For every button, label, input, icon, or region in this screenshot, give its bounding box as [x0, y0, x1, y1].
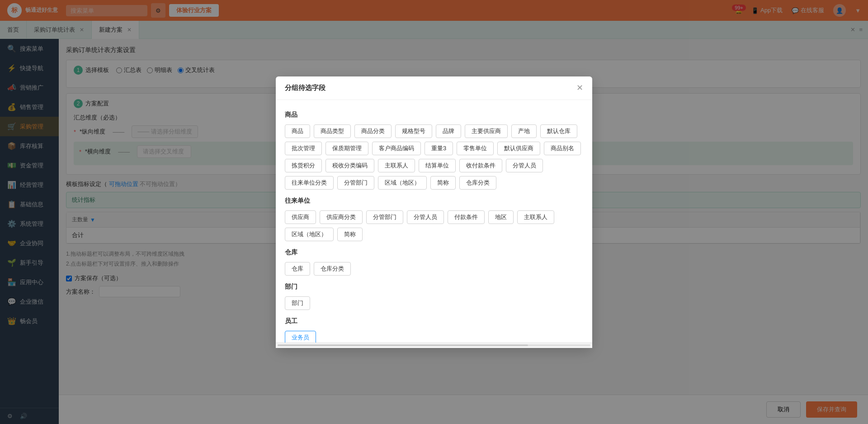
field-settle-unit[interactable]: 结算单位 [419, 159, 456, 172]
field-weight3[interactable]: 重量3 [425, 142, 453, 155]
field-default-warehouse[interactable]: 默认仓库 [540, 124, 577, 138]
field-product-category[interactable]: 商品分类 [354, 124, 392, 138]
field-product-type[interactable]: 商品类型 [314, 124, 351, 138]
field-short-name[interactable]: 简称 [430, 176, 456, 190]
field-grid-employee: 业务员 [285, 331, 583, 343]
field-payment-terms[interactable]: 收付款条件 [459, 159, 502, 172]
section-title-product: 商品 [285, 111, 583, 119]
modal-hscroll [276, 343, 592, 348]
field-tax-code[interactable]: 税收分类编码 [326, 159, 374, 172]
field-batch-mgmt[interactable]: 批次管理 [285, 142, 322, 155]
field-spec-model[interactable]: 规格型号 [395, 124, 432, 138]
field-product[interactable]: 商品 [285, 124, 310, 138]
field-partner-category[interactable]: 往来单位分类 [285, 176, 334, 190]
field-dept[interactable]: 分管部门 [366, 210, 403, 224]
field-origin[interactable]: 产地 [511, 124, 537, 138]
field-grid-dept: 部门 [285, 296, 583, 310]
section-title-warehouse: 仓库 [285, 248, 583, 257]
field-supplier[interactable]: 供应商 [285, 210, 316, 224]
section-title-employee: 员工 [285, 317, 583, 325]
modal-close-button[interactable]: ✕ [576, 84, 583, 92]
field-grid-product: 商品 商品类型 商品分类 规格型号 品牌 主要供应商 产地 默认仓库 批次管理 … [285, 124, 583, 190]
field-grid-warehouse: 仓库 仓库分类 [285, 262, 583, 276]
field-department[interactable]: 部门 [285, 296, 310, 310]
field-brand[interactable]: 品牌 [436, 124, 461, 138]
field-abbr[interactable]: 简称 [337, 228, 363, 241]
field-contact[interactable]: 主联系人 [517, 210, 554, 224]
field-main-contact[interactable]: 主联系人 [378, 159, 415, 172]
field-area[interactable]: 地区 [488, 210, 514, 224]
field-manager-staff[interactable]: 分管人员 [506, 159, 543, 172]
field-customer-code[interactable]: 客户商品编码 [372, 142, 421, 155]
field-product-alias[interactable]: 商品别名 [544, 142, 581, 155]
modal-dialog: 分组待选字段 ✕ 商品 商品 商品类型 商品分类 规格型号 品牌 主要供应商 产… [276, 76, 592, 348]
section-title-partner: 往来单位 [285, 197, 583, 205]
field-warehouse[interactable]: 仓库 [285, 262, 310, 276]
field-expiry-mgmt[interactable]: 保质期管理 [326, 142, 368, 155]
modal-title: 分组待选字段 [285, 84, 326, 92]
modal-body: 商品 商品 商品类型 商品分类 规格型号 品牌 主要供应商 产地 默认仓库 批次… [276, 100, 592, 343]
section-title-dept: 部门 [285, 283, 583, 291]
field-main-supplier[interactable]: 主要供应商 [465, 124, 508, 138]
field-default-supplier[interactable]: 默认供应商 [497, 142, 540, 155]
field-region2[interactable]: 区域（地区） [285, 228, 334, 241]
field-sales-rep[interactable]: 业务员 [285, 331, 316, 343]
modal-overlay[interactable]: 分组待选字段 ✕ 商品 商品 商品类型 商品分类 规格型号 品牌 主要供应商 产… [0, 0, 868, 424]
field-pay-terms[interactable]: 付款条件 [448, 210, 485, 224]
field-retail-unit[interactable]: 零售单位 [457, 142, 494, 155]
modal-header: 分组待选字段 ✕ [276, 76, 592, 100]
field-supplier-category[interactable]: 供应商分类 [320, 210, 363, 224]
field-warehouse-cat[interactable]: 仓库分类 [314, 262, 351, 276]
field-mgmt-dept[interactable]: 分管部门 [337, 176, 374, 190]
field-grid-partner: 供应商 供应商分类 分管部门 分管人员 付款条件 地区 主联系人 区域（地区） … [285, 210, 583, 241]
field-warehouse-category[interactable]: 仓库分类 [459, 176, 496, 190]
field-region[interactable]: 区域（地区） [378, 176, 427, 190]
field-manager[interactable]: 分管人员 [407, 210, 444, 224]
field-pick-score[interactable]: 拣货积分 [285, 159, 322, 172]
